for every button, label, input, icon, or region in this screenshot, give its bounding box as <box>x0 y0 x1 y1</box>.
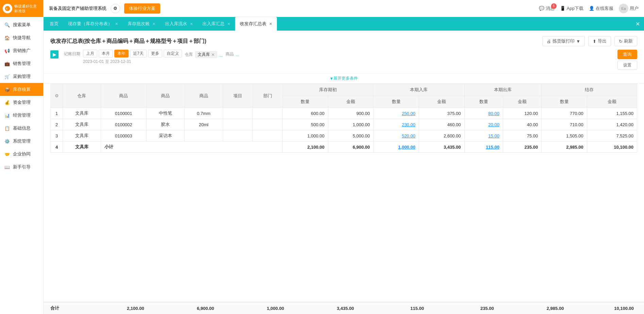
warehouse-tag: 文具库 ✕ <box>195 51 217 58</box>
query-button[interactable]: 查询 <box>617 50 637 59</box>
main-area: 装备及固定资产辅助管理系统 ⚙ 体验行业方案 💬 消息 6 📱 App下载 👤 … <box>44 0 644 314</box>
sidebar-item-marketing[interactable]: 📢 营销推广 <box>0 44 43 57</box>
tab-batch[interactable]: 库存批次账 ✕ <box>123 17 160 31</box>
cell-out-amt: 75.00 <box>503 130 541 142</box>
table-row: 1 文具库 0100001 中性笔 0.7mm 600.00 900.00 25… <box>51 108 637 119</box>
cell-goods-name: 采访本 <box>146 130 184 142</box>
system-icon: ⚙️ <box>4 138 10 144</box>
refresh-button[interactable]: ↻ 刷新 <box>614 36 637 46</box>
goods-more[interactable]: ... <box>236 52 239 57</box>
app-logo: 6 畅捷通好生意 标准版 <box>0 0 43 17</box>
table-row: 3 文具库 0100003 采访本 1,000.00 5,000.00 520.… <box>51 130 637 142</box>
subtotal-in-qty[interactable]: 1,000.00 <box>374 142 419 153</box>
date-btn-more[interactable]: 更多 <box>148 50 162 57</box>
th-settings[interactable]: ⚙ <box>51 84 63 108</box>
date-btn-custom[interactable]: 自定义 <box>164 50 182 57</box>
date-btn-this-month[interactable]: 本月 <box>99 50 113 57</box>
th-out: 本期出库 <box>464 84 542 96</box>
tabs-close-all[interactable]: ✕ <box>633 21 643 27</box>
cell-no: 3 <box>51 130 63 142</box>
print-button[interactable]: 🖨 拣货版打印 ▼ <box>542 36 585 46</box>
th-out-qty: 数量 <box>464 96 503 108</box>
cell-opening-qty: 1,000.00 <box>283 130 328 142</box>
subtotal-out-qty[interactable]: 115.00 <box>464 142 503 153</box>
cell-out-qty[interactable]: 15.00 <box>464 130 503 142</box>
user-item[interactable]: Ea 用户 <box>619 4 639 13</box>
tabs-bar: 首页 现存量（库存分布表） ✕ 库存批次账 ✕ 出入库流水 ✕ 出入库汇总 ✕ … <box>44 17 644 31</box>
cell-out-qty[interactable]: 80.00 <box>464 108 503 119</box>
th-out-amt: 金额 <box>503 96 541 108</box>
cell-in-qty[interactable]: 520.00 <box>374 130 419 142</box>
setting-button[interactable]: 设置 <box>617 61 637 70</box>
cell-opening-qty: 600.00 <box>283 108 328 119</box>
footer-opening-amt: 6,900.00 <box>148 306 218 311</box>
cell-balance-amt: 1,155.00 <box>587 108 637 119</box>
cell-dept <box>253 119 283 130</box>
sidebar-item-finance[interactable]: 💰 资金管理 <box>0 96 43 109</box>
footer-in-qty: 1,000.00 <box>217 306 287 311</box>
date-btn-this-year[interactable]: 本年 <box>114 50 129 57</box>
cell-balance-qty: 770.00 <box>542 108 587 119</box>
tab-inout-flow-close[interactable]: ✕ <box>190 22 193 26</box>
expand-more-bar[interactable]: ▼ 展开更多条件 <box>44 73 644 84</box>
cell-out-amt: 120.00 <box>503 108 541 119</box>
sidebar-item-sales[interactable]: 💼 销售管理 <box>0 57 43 70</box>
th-in: 本期入库 <box>374 84 464 96</box>
experience-button[interactable]: 体验行业方案 <box>124 3 160 14</box>
filter-toggle-button[interactable]: ▶ <box>50 50 59 59</box>
th-balance: 结存 <box>542 84 637 96</box>
footer-values: 2,100.00 6,900.00 1,000.00 3,435.00 115.… <box>78 306 637 311</box>
warehouse-more[interactable]: ... <box>219 53 223 58</box>
cell-balance-amt: 7,525.00 <box>587 130 637 142</box>
settings-button[interactable]: ⚙ <box>111 4 120 13</box>
subtotal-out-amt: 235.00 <box>503 142 541 153</box>
goods-filter: 商品 ... <box>226 51 239 57</box>
base-icon: 📋 <box>4 125 10 131</box>
download-icon: 📱 <box>560 6 565 11</box>
tab-home[interactable]: 首页 <box>45 17 63 31</box>
sidebar-item-inventory[interactable]: 📦 库存核算 <box>0 83 43 96</box>
cell-out-qty[interactable]: 20.00 <box>464 119 503 130</box>
date-range-display: 2023-01-01 至 2023-12-31 <box>83 59 182 65</box>
tab-inout-summary-close[interactable]: ✕ <box>227 22 230 26</box>
sidebar-item-guide[interactable]: 📖 新手引导 <box>0 161 43 173</box>
sidebar-item-enterprise[interactable]: 🤝 企业协同 <box>0 148 43 161</box>
sidebar-item-search[interactable]: 🔍 搜索菜单 <box>0 18 43 31</box>
app-download-item[interactable]: 📱 App下载 <box>560 5 583 12</box>
sidebar-item-base[interactable]: 📋 基础信息 <box>0 122 43 135</box>
cell-goods-code: 0100003 <box>101 130 146 142</box>
operation-icon: 📊 <box>4 112 10 118</box>
guide-icon: 📖 <box>4 164 10 170</box>
footer-out-qty: 115.00 <box>358 306 428 311</box>
tab-stock-dist-close[interactable]: ✕ <box>115 22 118 26</box>
message-item[interactable]: 💬 消息 6 <box>539 5 555 12</box>
cell-out-amt: 40.00 <box>503 119 541 130</box>
tab-inout-flow[interactable]: 出入库流水 ✕ <box>160 17 198 31</box>
message-badge: 6 <box>551 3 557 9</box>
online-service-item[interactable]: 👤 在线客服 <box>589 5 613 12</box>
sidebar-item-system[interactable]: ⚙️ 系统管理 <box>0 135 43 148</box>
sidebar: 6 畅捷通好生意 标准版 🔍 搜索菜单 🏠 快捷导航 📢 营销推广 💼 销售管理… <box>0 0 44 314</box>
date-btn-last-month[interactable]: 上月 <box>83 50 97 57</box>
warehouse-tag-close[interactable]: ✕ <box>211 52 215 57</box>
sidebar-item-purchase[interactable]: 🛒 采购管理 <box>0 70 43 83</box>
sidebar-item-operation[interactable]: 📊 经营管理 <box>0 109 43 122</box>
cell-in-qty[interactable]: 250.00 <box>374 108 419 119</box>
tab-recv-summary[interactable]: 收发存汇总表 ✕ <box>235 17 277 31</box>
tab-recv-summary-close[interactable]: ✕ <box>269 22 272 26</box>
message-icon: 💬 <box>539 6 544 11</box>
th-project: 项目 <box>223 84 253 108</box>
subtotal-balance-qty: 2,985.00 <box>542 142 587 153</box>
date-btn-7days[interactable]: 近7天 <box>130 50 147 57</box>
cell-no: 1 <box>51 108 63 119</box>
tab-stock-dist[interactable]: 现存量（库存分布表） ✕ <box>63 17 123 31</box>
cell-goods-spec <box>184 130 223 142</box>
search-icon: 🔍 <box>4 22 10 28</box>
date-filter-label: 记账日期 <box>64 51 80 57</box>
cell-goods-spec: 0.7mm <box>184 108 223 119</box>
tab-inout-summary[interactable]: 出入库汇总 ✕ <box>198 17 235 31</box>
sidebar-item-quicknav[interactable]: 🏠 快捷导航 <box>0 31 43 44</box>
cell-in-qty[interactable]: 230.00 <box>374 119 419 130</box>
tab-batch-close[interactable]: ✕ <box>152 22 155 26</box>
export-button[interactable]: ⬆ 导出 <box>588 36 611 46</box>
